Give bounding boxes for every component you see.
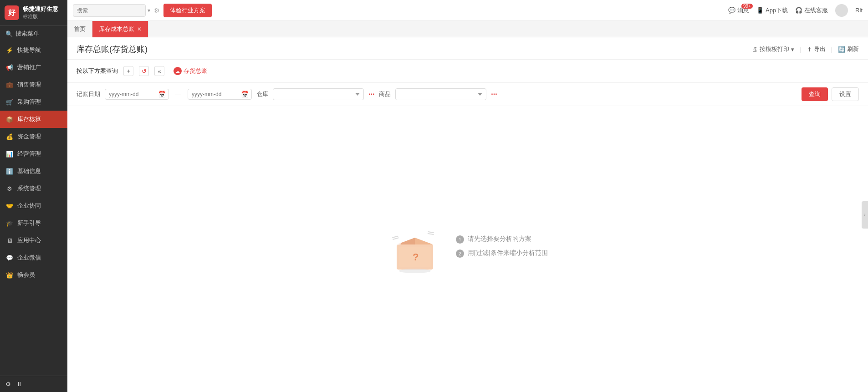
warehouse-select[interactable] xyxy=(273,88,364,100)
messages-btn[interactable]: 💬 消息 99+ xyxy=(728,6,749,15)
sidebar: 好 畅捷通好生意 标准版 🔍 搜索菜单 ⚡ 快捷导航 📢 营销推广 💼 销售管理… xyxy=(0,0,67,392)
system-label: 系统管理 xyxy=(17,184,41,193)
export-icon: ⬆ xyxy=(807,46,812,53)
refresh-icon: 🔄 xyxy=(838,46,845,53)
sidebar-footer: ⚙ ⏸ xyxy=(0,376,67,392)
filter-reset-button[interactable]: ↺ xyxy=(139,66,149,76)
sidebar-item-inventory[interactable]: 📦 库存核算 xyxy=(0,111,67,128)
basics-label: 基础信息 xyxy=(17,167,41,175)
inventory-icon: 📦 xyxy=(5,115,14,123)
tab-inventory-ledger[interactable]: 库存成本总账 ✕ xyxy=(92,21,148,37)
print-chevron-icon: ▾ xyxy=(791,46,794,53)
page-content: 库存总账(存货总账) 🖨 按模板打印 ▾ | ⬆ 导出 | 🔄 刷新 xyxy=(67,37,868,392)
step1-number: 1 xyxy=(456,235,464,244)
system-icon: ⚙ xyxy=(5,184,14,193)
filter-add-button[interactable]: ＋ xyxy=(123,66,133,76)
search-label: 搜索菜单 xyxy=(15,30,39,38)
marketing-icon: 📢 xyxy=(5,63,14,71)
app-logo-text: 畅捷通好生意 标准版 xyxy=(23,5,58,20)
message-badge: 99+ xyxy=(741,4,753,9)
tab-close-icon[interactable]: ✕ xyxy=(137,26,142,32)
sidebar-item-collab[interactable]: 🤝 企业协同 xyxy=(0,197,67,214)
quick-nav-icon: ⚡ xyxy=(5,46,14,54)
side-toggle-icon: › xyxy=(864,212,865,217)
side-panel-toggle[interactable]: › xyxy=(862,201,868,229)
member-label: 畅会员 xyxy=(17,271,35,279)
topbar: ▾ ⚙ 体验行业方案 💬 消息 99+ 📱 App下载 🎧 在线客服 Rit xyxy=(67,0,868,21)
sidebar-settings-btn[interactable]: ⚙ xyxy=(5,381,11,387)
refresh-btn[interactable]: 🔄 刷新 xyxy=(838,45,859,53)
action-separator-1: | xyxy=(800,46,801,53)
scheme-item[interactable]: ☁ 存货总账 xyxy=(170,65,211,77)
date-end-calendar-icon[interactable]: 📅 xyxy=(238,91,251,98)
action-separator-2: | xyxy=(831,46,832,53)
appcenter-icon: 🖥 xyxy=(5,236,14,244)
tab-home[interactable]: 首页 xyxy=(67,21,92,37)
operations-label: 经营管理 xyxy=(17,150,41,158)
sidebar-item-sales[interactable]: 💼 销售管理 xyxy=(0,76,67,93)
sidebar-item-appcenter[interactable]: 🖥 应用中心 xyxy=(0,232,67,249)
topbar-search-input[interactable] xyxy=(73,4,146,17)
filter-collapse-button[interactable]: « xyxy=(154,66,164,76)
appcenter-label: 应用中心 xyxy=(17,236,41,244)
sidebar-item-operations[interactable]: 📊 经营管理 xyxy=(0,145,67,163)
date-start-calendar-icon[interactable]: 📅 xyxy=(155,91,168,98)
empty-state: ? 1 请先选择要分析的方案 2 xyxy=(67,106,868,392)
sidebar-toggle-btn[interactable]: ⏸ xyxy=(16,381,22,387)
search-button[interactable]: 查询 xyxy=(802,87,828,101)
date-end-input[interactable] xyxy=(188,89,238,99)
user-avatar[interactable] xyxy=(835,4,848,17)
date-start-input[interactable] xyxy=(105,89,155,99)
filter-label: 按以下方案查询 xyxy=(77,67,118,75)
tabs-bar: 首页 库存成本总账 ✕ xyxy=(67,21,868,37)
export-btn[interactable]: ⬆ 导出 xyxy=(807,45,826,53)
brand-name: 畅捷通好生意 xyxy=(23,5,58,13)
sidebar-items-list: ⚡ 快捷导航 📢 营销推广 💼 销售管理 🛒 采购管理 📦 库存核算 💰 资金管… xyxy=(0,41,67,376)
sidebar-search[interactable]: 🔍 搜索菜单 xyxy=(0,26,67,41)
filter-action-btns: 查询 设置 xyxy=(802,87,859,101)
industry-solution-button[interactable]: 体验行业方案 xyxy=(163,4,212,17)
service-icon: 🎧 xyxy=(795,7,802,14)
purchase-icon: 🛒 xyxy=(5,98,14,106)
sidebar-item-guide[interactable]: 🎓 新手引导 xyxy=(0,214,67,232)
print-icon: 🖨 xyxy=(752,46,758,53)
sidebar-item-wechat[interactable]: 💬 企业微信 xyxy=(0,249,67,266)
empty-text: 1 请先选择要分析的方案 2 用[过滤]条件来缩小分析范围 xyxy=(456,235,548,263)
filter-row: 记账日期 📅 — 📅 仓库 ··· 商品 ··· 查询 设置 xyxy=(67,83,868,106)
empty-step-2: 2 用[过滤]条件来缩小分析范围 xyxy=(456,249,548,258)
header-actions: 🖨 按模板打印 ▾ | ⬆ 导出 | 🔄 刷新 xyxy=(752,45,859,53)
wechat-label: 企业微信 xyxy=(17,254,41,262)
topbar-gear-icon[interactable]: ⚙ xyxy=(154,7,160,14)
quick-nav-label: 快捷导航 xyxy=(17,46,41,54)
sales-icon: 💼 xyxy=(5,81,14,89)
empty-step-1: 1 请先选择要分析的方案 xyxy=(456,235,548,244)
sidebar-item-marketing[interactable]: 📢 营销推广 xyxy=(0,59,67,76)
settings-button[interactable]: 设置 xyxy=(832,87,859,101)
sales-label: 销售管理 xyxy=(17,81,41,89)
topbar-right: 💬 消息 99+ 📱 App下载 🎧 在线客服 Rit xyxy=(728,4,863,17)
sidebar-item-finance[interactable]: 💰 资金管理 xyxy=(0,128,67,145)
goods-select[interactable] xyxy=(395,88,486,100)
export-label: 导出 xyxy=(814,45,826,53)
goods-more-btn[interactable]: ··· xyxy=(491,90,497,98)
sidebar-item-member[interactable]: 👑 畅会员 xyxy=(0,266,67,284)
svg-text:?: ? xyxy=(413,251,419,263)
sidebar-item-basics[interactable]: ℹ️ 基础信息 xyxy=(0,163,67,180)
topbar-chevron-icon[interactable]: ▾ xyxy=(148,7,150,14)
tab-inventory-ledger-label: 库存成本总账 xyxy=(99,25,134,33)
step1-text: 请先选择要分析的方案 xyxy=(468,235,531,243)
goods-filter-label: 商品 xyxy=(379,90,391,98)
sidebar-item-system[interactable]: ⚙ 系统管理 xyxy=(0,180,67,197)
warehouse-more-btn[interactable]: ··· xyxy=(368,90,374,98)
online-service-btn[interactable]: 🎧 在线客服 xyxy=(795,6,828,15)
date-separator: — xyxy=(174,91,183,98)
sidebar-item-quick-nav[interactable]: ⚡ 快捷导航 xyxy=(0,41,67,59)
inventory-label: 库存核算 xyxy=(17,115,41,123)
sidebar-item-purchase[interactable]: 🛒 采购管理 xyxy=(0,93,67,111)
collab-label: 企业协同 xyxy=(17,202,41,210)
print-template-label: 按模板打印 xyxy=(760,45,789,53)
print-template-btn[interactable]: 🖨 按模板打印 ▾ xyxy=(752,45,794,53)
svg-point-3 xyxy=(399,269,431,273)
filter-bar: 按以下方案查询 ＋ ↺ « ☁ 存货总账 xyxy=(67,60,868,83)
app-download-btn[interactable]: 📱 App下载 xyxy=(756,6,788,15)
